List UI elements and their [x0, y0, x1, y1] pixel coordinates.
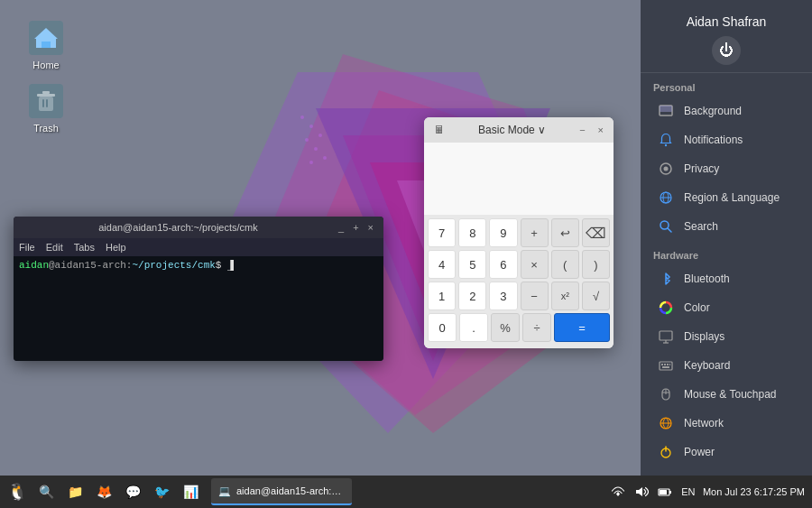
terminal-minimize[interactable]: _	[336, 222, 346, 233]
calc-btn-undo[interactable]: ↩	[551, 218, 579, 247]
terminal-app-label: aidan@aidan15-arch:~/projects/cmk	[236, 485, 345, 496]
taskbar-files[interactable]: 📁	[61, 478, 88, 505]
calc-row-2: 4 5 6 × ( )	[428, 250, 610, 279]
calc-btn-percent[interactable]: %	[491, 313, 520, 342]
settings-panel: Aidan Shafran ⏻ Personal Background Noti…	[641, 0, 812, 476]
terminal-content[interactable]: aidan@aidan15-arch:~/projects/cmk$ ▌	[14, 256, 383, 361]
panel-item-power[interactable]: Power	[644, 438, 808, 466]
taskbar-search[interactable]: 🔍	[32, 478, 60, 505]
network-label: Network	[684, 417, 724, 429]
svg-rect-38	[660, 362, 672, 370]
calc-display	[424, 143, 614, 215]
panel-item-keyboard[interactable]: Keyboard	[644, 351, 808, 380]
displays-icon	[657, 328, 675, 346]
svg-point-14	[309, 161, 313, 164]
calc-btn-9[interactable]: 9	[489, 218, 517, 247]
search-icon	[657, 217, 675, 236]
panel-item-color[interactable]: Color	[644, 293, 808, 322]
calc-btn-2[interactable]: 2	[458, 282, 486, 310]
background-label: Background	[684, 105, 742, 117]
keyboard-icon	[657, 356, 675, 374]
taskbar-files2[interactable]: 📊	[177, 478, 204, 505]
panel-item-bluetooth[interactable]: Bluetooth	[644, 264, 808, 293]
calc-btn-paren-open[interactable]: (	[551, 250, 579, 279]
terminal-maximize[interactable]: +	[350, 222, 361, 233]
terminal-menu-file[interactable]: File	[19, 242, 35, 253]
background-icon	[657, 102, 675, 120]
panel-username: Aidan Shafran	[651, 14, 801, 29]
calc-minimize[interactable]: −	[577, 125, 587, 135]
calc-btn-backspace[interactable]: ⌫	[582, 218, 610, 247]
tray-locale[interactable]: EN	[679, 483, 697, 501]
calc-btn-5[interactable]: 5	[458, 250, 486, 279]
taskbar-app-menu[interactable]: 🐧	[4, 478, 31, 505]
privacy-icon	[657, 160, 675, 178]
desktop-icon-trash[interactable]: Trash	[14, 79, 78, 137]
calc-btn-plus[interactable]: +	[521, 218, 549, 247]
calc-btn-equals[interactable]: =	[554, 313, 610, 342]
panel-item-displays[interactable]: Displays	[644, 322, 808, 351]
terminal-cursor: ▌	[227, 260, 234, 271]
terminal-menu-tabs[interactable]: Tabs	[74, 242, 95, 253]
calc-btn-paren-close[interactable]: )	[582, 250, 610, 279]
svg-rect-39	[661, 364, 663, 365]
svg-rect-23	[46, 99, 48, 107]
calc-title[interactable]: Basic Mode ∨	[448, 124, 577, 136]
terminal-prompt-path: ~/projects/cmk	[132, 260, 215, 271]
panel-item-privacy[interactable]: Privacy	[644, 154, 808, 183]
svg-point-10	[318, 134, 322, 137]
taskbar-twitter[interactable]: 🐦	[148, 478, 175, 505]
terminal-prompt-user: aidan	[19, 260, 49, 271]
bluetooth-icon	[657, 270, 675, 288]
svg-rect-41	[667, 364, 669, 365]
calc-btn-8[interactable]: 8	[458, 218, 486, 247]
calc-row-4: 0 . % ÷ =	[428, 313, 610, 342]
power-settings-label: Power	[684, 446, 715, 458]
taskbar-terminal-app[interactable]: 💻 aidan@aidan15-arch:~/projects/cmk	[211, 478, 352, 505]
calc-row-1: 7 8 9 + ↩ ⌫	[428, 218, 610, 247]
svg-rect-22	[42, 99, 44, 107]
trash-icon-label: Trash	[33, 123, 59, 134]
desktop-icon-home[interactable]: Home	[14, 16, 78, 74]
taskbar-chat[interactable]: 💬	[119, 478, 146, 505]
calc-close[interactable]: ×	[595, 125, 606, 135]
calc-btn-square[interactable]: x²	[551, 282, 579, 310]
calc-btn-sqrt[interactable]: √	[582, 282, 610, 310]
panel-item-background[interactable]: Background	[644, 97, 808, 125]
calc-btn-3[interactable]: 3	[489, 282, 517, 310]
calc-btn-7[interactable]: 7	[428, 218, 456, 247]
terminal-menu-help[interactable]: Help	[106, 242, 126, 253]
panel-item-printers[interactable]: Printers	[644, 466, 808, 476]
tray-battery[interactable]	[656, 483, 674, 501]
calc-btn-multiply[interactable]: ×	[521, 250, 549, 279]
color-icon	[657, 299, 675, 317]
tray-sound[interactable]	[632, 483, 651, 501]
panel-item-region[interactable]: Region & Language	[644, 183, 808, 212]
svg-rect-17	[42, 42, 51, 48]
desktop: Home Trash aidan@aidan15-arch:~/projects…	[0, 0, 812, 508]
svg-point-26	[665, 144, 667, 146]
panel-item-search[interactable]: Search	[644, 212, 808, 241]
system-clock[interactable]: Mon Jul 23 6:17:25 PM	[703, 486, 805, 497]
calc-btn-0[interactable]: 0	[428, 313, 457, 342]
terminal-close[interactable]: ×	[365, 222, 376, 233]
calc-btn-1[interactable]: 1	[428, 282, 456, 310]
taskbar-apps: 💻 aidan@aidan15-arch:~/projects/cmk	[208, 478, 602, 505]
panel-item-network[interactable]: Network	[644, 409, 808, 438]
calc-btn-dot[interactable]: .	[459, 313, 488, 342]
terminal-menu-edit[interactable]: Edit	[46, 242, 63, 253]
taskbar-right: EN Mon Jul 23 6:17:25 PM	[602, 483, 812, 501]
tray-network[interactable]	[609, 483, 627, 501]
svg-rect-40	[664, 364, 666, 365]
svg-point-13	[323, 156, 327, 160]
calc-btn-6[interactable]: 6	[489, 250, 517, 279]
taskbar-firefox[interactable]: 🦊	[90, 478, 117, 505]
calc-btn-divide[interactable]: ÷	[522, 313, 551, 342]
power-button[interactable]: ⏻	[712, 36, 741, 65]
calc-btn-4[interactable]: 4	[428, 250, 456, 279]
calculator-window: 🖩 Basic Mode ∨ − × 7 8 9 + ↩ ⌫ 4	[424, 117, 614, 348]
panel-item-notifications[interactable]: Notifications	[644, 125, 808, 154]
calc-btn-minus[interactable]: −	[521, 282, 549, 310]
panel-section-personal: Personal	[641, 73, 812, 97]
panel-item-mouse[interactable]: Mouse & Touchpad	[644, 380, 808, 409]
